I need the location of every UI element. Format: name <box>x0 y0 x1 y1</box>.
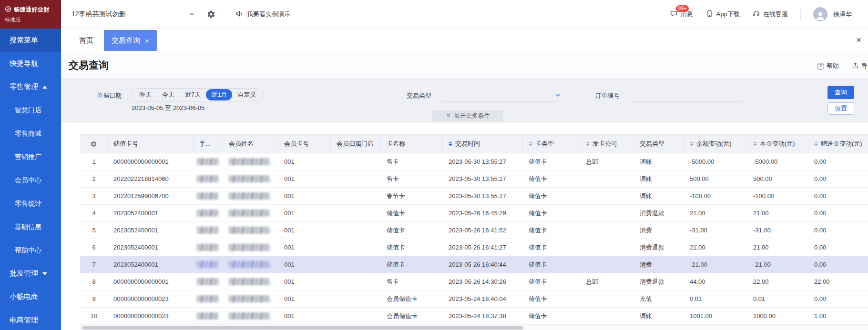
cell-principal_change: -31.00 <box>747 222 808 239</box>
sidebar-item-wholesale-management[interactable]: 批发管理 <box>0 262 61 285</box>
settings-button[interactable]: 设置 <box>827 102 854 115</box>
export-button[interactable]: 导出 <box>852 62 868 70</box>
org-selector[interactable]: 12李艳芬测试勿删 <box>71 6 194 22</box>
sort-icon[interactable] <box>586 141 590 146</box>
sidebar-item-ecommerce-management[interactable]: 电商管理 <box>0 309 61 330</box>
brand-logo[interactable]: 畅捷通好业财 标准版 <box>0 0 61 29</box>
sidebar-item-label: 小畅电商 <box>10 292 38 301</box>
demo-link[interactable]: 我要看实例演示 <box>235 10 290 19</box>
close-icon[interactable]: × <box>145 37 149 44</box>
cell-member_no: 001 <box>278 153 331 170</box>
order-number-input[interactable] <box>632 87 743 101</box>
quick-date-option-3[interactable]: 近1月 <box>206 89 232 100</box>
row-index: 8 <box>80 273 108 290</box>
online-support-button[interactable]: 在线客服 <box>752 10 788 19</box>
table-row[interactable]: 22022022218814060001售卡2023-05-30 13:55:2… <box>80 170 868 188</box>
table-row[interactable]: 32022012599006700001春节卡2023-05-30 13:55:… <box>80 188 868 205</box>
redacted-member_name <box>229 295 270 302</box>
cell-member_no: 001 <box>278 239 331 256</box>
column-settings-gear-icon[interactable] <box>90 140 97 148</box>
filter-panel: 单据日期 昨天今天近7天近1月自定义 2023-05-05 至 2023-06-… <box>61 79 868 123</box>
cell-tx_time: 2023-05-24 18:40:04 <box>443 290 523 307</box>
cell-card_no: 2022012599006700 <box>108 188 194 204</box>
cell-tx_time: 2023-05-26 16:40:44 <box>443 256 523 273</box>
cell-tx_type: 消费退款 <box>634 239 684 256</box>
cell-member_name <box>223 205 278 221</box>
search-button[interactable]: 查询 <box>827 86 854 99</box>
column-header-label: 储值卡号 <box>113 140 138 148</box>
scrollbar-thumb[interactable] <box>82 326 523 330</box>
tab-transaction-query[interactable]: 交易查询 × <box>104 30 157 51</box>
brand-icon <box>4 5 12 15</box>
quick-date-option-4[interactable]: 自定义 <box>232 89 261 100</box>
divider <box>800 9 801 20</box>
sidebar-item-help-center[interactable]: 帮助中心 <box>0 239 61 262</box>
horizontal-scrollbar[interactable] <box>80 325 868 330</box>
avatar[interactable] <box>813 7 827 21</box>
sidebar-item-member-center[interactable]: 会员中心 <box>0 169 61 192</box>
transaction-type-label: 交易类型 <box>407 91 431 100</box>
quick-date-option-1[interactable]: 今天 <box>157 89 180 100</box>
column-header-settings[interactable] <box>80 135 108 153</box>
sort-icon[interactable] <box>529 141 532 146</box>
sort-icon[interactable] <box>449 141 452 146</box>
table-row[interactable]: 100000000000000023001会员储值卡2023-05-24 18:… <box>80 308 868 325</box>
sidebar-item-basic-info[interactable]: 基础信息 <box>0 215 61 239</box>
column-header-tx_time[interactable]: 交易时间 <box>443 135 523 153</box>
sidebar-item-label: 零售商城 <box>15 130 41 138</box>
cell-member_no: 001 <box>278 188 331 204</box>
cell-balance_change: 21.00 <box>684 205 747 221</box>
cell-member_store <box>331 188 381 204</box>
app-download-button[interactable]: App下载 <box>705 10 740 19</box>
tab-home[interactable]: 首页 <box>69 30 104 51</box>
column-header-card_type[interactable]: 卡类型 <box>523 135 580 153</box>
row-index: 4 <box>80 205 108 221</box>
column-header-bonus_change[interactable]: 赠送金变动(元) <box>808 135 868 153</box>
expand-more-button[interactable]: 展开更多条件 <box>432 110 503 121</box>
cell-member_store <box>331 273 381 290</box>
sidebar-item-retail-stats[interactable]: 零售统计 <box>0 192 61 215</box>
table-row[interactable]: 52023052400001001储值卡2023-05-26 16:41:52储… <box>80 222 868 239</box>
cell-balance_change: 21.00 <box>684 239 747 256</box>
cell-balance_change: 500.00 <box>684 170 747 187</box>
sidebar-item-xiaochang-ecommerce[interactable]: 小畅电商 <box>0 285 61 309</box>
username[interactable]: 徐泽华 <box>833 10 852 19</box>
row-index: 9 <box>80 290 108 307</box>
table-row[interactable]: 90000000000000023001会员储值卡2023-05-24 18:4… <box>80 290 868 308</box>
column-header-balance_change[interactable]: 余额变动(元) <box>684 135 747 153</box>
help-button[interactable]: ? 帮助 <box>817 62 839 70</box>
quick-date-option-0[interactable]: 昨天 <box>134 89 157 100</box>
column-header-principal_change[interactable]: 本金变动(元) <box>747 135 808 153</box>
sidebar-item-quick-nav[interactable]: 快捷导航 <box>0 52 61 75</box>
cell-balance_change: -31.00 <box>684 222 747 239</box>
redacted-phone <box>197 158 219 165</box>
sidebar-item-search-menu[interactable]: 搜索菜单 <box>0 29 61 52</box>
cell-member_no: 001 <box>278 170 331 187</box>
date-range-value[interactable]: 2023-05-05 至 2023-06-05 <box>132 104 204 112</box>
quick-date-option-2[interactable]: 近7天 <box>180 89 206 100</box>
messages-button[interactable]: 消息 99+ <box>670 10 693 19</box>
transaction-type-select[interactable] <box>441 87 562 101</box>
redacted-member_name <box>229 192 270 200</box>
table-row[interactable]: 10000000000000001001售卡2023-05-30 13:55:2… <box>80 153 868 170</box>
sidebar-item-retail-mall[interactable]: 零售商城 <box>0 122 61 145</box>
cell-tx_time: 2023-05-24 18:37:38 <box>443 308 523 324</box>
gear-icon[interactable] <box>207 10 215 19</box>
sort-icon[interactable] <box>814 141 818 146</box>
cell-principal_change: 0.01 <box>747 290 808 307</box>
redacted-member_name <box>229 278 270 285</box>
table-row[interactable]: 62023052400001001储值卡2023-05-26 16:41:27储… <box>80 239 868 256</box>
cell-phone <box>194 205 223 221</box>
sidebar-item-smart-store[interactable]: 智慧门店 <box>0 99 61 122</box>
sort-icon[interactable] <box>690 141 694 146</box>
row-index: 5 <box>80 222 108 239</box>
close-icon[interactable]: × <box>856 35 861 44</box>
sidebar-item-marketing[interactable]: 营销推广 <box>0 145 61 169</box>
table-row[interactable]: 42023052400001001储值卡2023-05-26 16:45:29储… <box>80 205 868 222</box>
sort-icon[interactable] <box>753 141 757 146</box>
sidebar-item-retail-management[interactable]: 零售管理 <box>0 75 61 99</box>
table-row[interactable]: 80000000000000001001售卡2023-05-26 14:30:2… <box>80 273 868 290</box>
column-header-issuer[interactable]: 发卡公司 <box>580 135 634 153</box>
sidebar-item-label: 电商管理 <box>10 316 38 325</box>
table-row[interactable]: 72023052400001001储值卡2023-05-26 16:40:44储… <box>80 256 868 273</box>
